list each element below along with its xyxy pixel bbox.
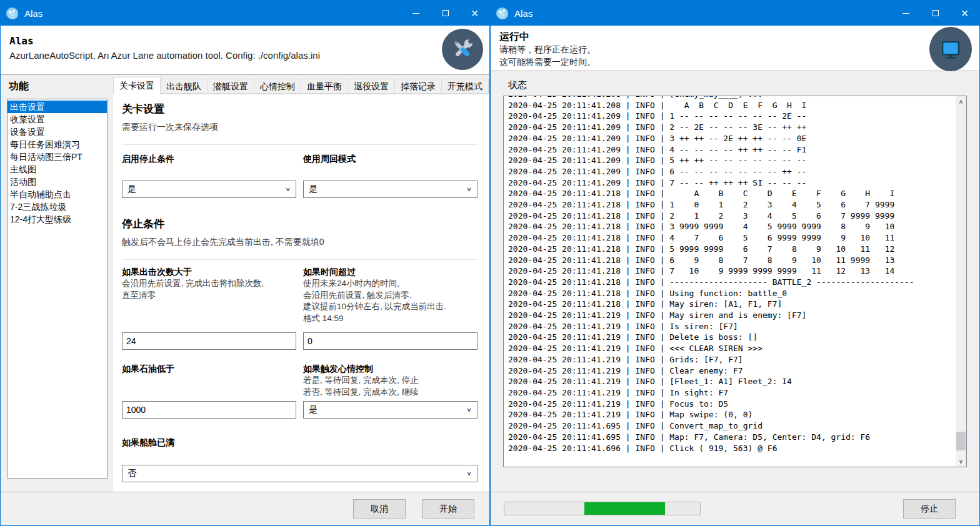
tab-strip: 关卡设置出击舰队潜艇设置心情控制血量平衡退役设置掉落记录开荒模式 <box>113 77 489 94</box>
maximize-icon <box>442 10 449 16</box>
log-line: 2020-04-25 20:11:41.219 | INFO | Delete … <box>508 332 966 343</box>
tab-6[interactable]: 退役设置 <box>348 79 395 94</box>
progress-bar <box>504 502 701 515</box>
app-title: Alas <box>9 35 34 47</box>
tab-3[interactable]: 潜艇设置 <box>208 79 254 94</box>
sidebar-item[interactable]: 主线图 <box>8 163 107 176</box>
loop-mode-label: 使用周回模式 <box>303 152 478 165</box>
close-button[interactable]: × <box>460 1 489 26</box>
sidebar-item[interactable]: 半自动辅助点击 <box>8 188 107 201</box>
sidebar-item[interactable]: 7-2三战拣垃圾 <box>8 201 107 213</box>
minimize-button[interactable] <box>891 1 921 26</box>
loop-mode-select[interactable]: 是 ∨ <box>303 181 478 198</box>
enable-stop-select[interactable]: 是 ∨ <box>122 181 296 198</box>
tab-1[interactable]: 关卡设置 <box>113 77 161 94</box>
if-time-desc: 使用未来24小时内的时间, <box>303 278 478 290</box>
chevron-down-icon: ∨ <box>285 186 291 192</box>
stop-condition-title: 停止条件 <box>122 217 478 231</box>
sidebar-item[interactable]: 出击设置 <box>8 101 107 113</box>
panel-title: 关卡设置 <box>122 102 478 116</box>
log-line: 2020-04-25 20:11:41.209 | INFO | 5 ++ ++… <box>508 155 966 166</box>
monitor-icon <box>929 27 972 71</box>
log-line: 2020-04-25 20:11:41.218 | INFO | 2 1 2 3… <box>508 211 966 222</box>
tab-2[interactable]: 出击舰队 <box>161 79 208 94</box>
progress-bar-fill <box>584 502 664 515</box>
log-lines: 2020-04-25 20:11:41.208 | INFO | [enemy_… <box>504 96 966 454</box>
if-oil-label: 如果石油低于 <box>122 362 296 375</box>
cancel-button[interactable]: 取消 <box>353 499 406 519</box>
titlebar-right[interactable]: Alas × <box>491 1 979 26</box>
window-runner: Alas × 运行中 请稍等，程序正在运行。 这可能将需要一定时间。 状态 <box>490 0 980 526</box>
log-line: 2020-04-25 20:11:41.219 | INFO | In sigh… <box>508 387 966 399</box>
start-button[interactable]: 开始 <box>422 499 474 519</box>
log-line: 2020-04-25 20:11:41.218 | INFO | 7 10 9 … <box>508 265 966 277</box>
log-line: 2020-04-25 20:11:41.219 | INFO | Focus t… <box>508 399 966 410</box>
if-count-desc: 会沿用先前设置, 完成出击将扣除次数, <box>122 278 296 290</box>
sidebar-item[interactable]: 12-4打大型练级 <box>8 213 107 226</box>
log-line: 2020-04-25 20:11:41.218 | INFO | -------… <box>508 277 966 288</box>
if-emotion-label: 如果触发心情控制 <box>303 362 478 375</box>
settings-tools-icon <box>442 29 483 70</box>
maximize-button[interactable] <box>921 1 950 26</box>
chevron-down-icon: ∨ <box>466 186 472 192</box>
row-oil-emotion: 如果石油低于 如果触发心情控制 若是, 等待回复, 完成本次, 停止 若否, 等… <box>122 362 478 419</box>
close-button[interactable]: × <box>950 1 979 26</box>
attack-count-input[interactable] <box>122 332 296 350</box>
scroll-down-icon[interactable]: ∨ <box>956 456 966 467</box>
enable-stop-value: 是 <box>128 184 136 195</box>
if-emotion-desc: 若是, 等待回复, 完成本次, 停止 <box>303 375 478 387</box>
running-title: 运行中 <box>499 31 529 44</box>
divider <box>122 144 478 145</box>
sidebar-item[interactable]: 设备设置 <box>8 126 107 138</box>
tab-7[interactable]: 掉落记录 <box>395 79 442 94</box>
log-line: 2020-04-25 20:11:41.219 | INFO | Is sire… <box>508 321 966 332</box>
log-line: 2020-04-25 20:11:41.219 | INFO | <<< CLE… <box>508 343 966 354</box>
log-line: 2020-04-25 20:11:41.218 | INFO | Using f… <box>508 288 966 299</box>
log-line: 2020-04-25 20:11:41.218 | INFO | 4 7 6 5… <box>508 232 966 244</box>
minimize-icon <box>412 13 419 14</box>
maximize-button[interactable] <box>431 1 460 26</box>
row-count-time: 如果出击次数大于 会沿用先前设置, 完成出击将扣除次数, 直至清零 如果时间超过… <box>122 265 478 350</box>
app-subtitle: AzurLaneAutoScript, An Azur Lane automat… <box>9 50 320 61</box>
divider <box>122 259 478 260</box>
sidebar-item[interactable]: 收菜设置 <box>8 113 107 126</box>
scrollbar[interactable]: ∧ ∨ <box>956 96 966 467</box>
log-line: 2020-04-25 20:11:41.208 | INFO | [enemy_… <box>508 96 966 100</box>
time-limit-input[interactable] <box>303 332 478 350</box>
tab-4[interactable]: 心情控制 <box>254 79 301 94</box>
sidebar-item[interactable]: 每日活动图三倍PT <box>8 151 107 163</box>
log-line: 2020-04-25 20:11:41.209 | INFO | 1 -- --… <box>508 111 966 122</box>
dock-full-select[interactable]: 否 ∨ <box>122 465 478 482</box>
if-time-desc: 会沿用先前设置, 触发后清零. <box>303 290 478 302</box>
log-line: 2020-04-25 20:11:41.696 | INFO | Click (… <box>508 443 966 454</box>
running-message-2: 这可能将需要一定时间。 <box>499 57 596 68</box>
runner-body: 状态 2020-04-25 20:11:41.208 | INFO | [ene… <box>491 72 979 525</box>
log-line: 2020-04-25 20:11:41.695 | INFO | Map: F7… <box>508 432 966 443</box>
alas-logo-icon <box>6 7 18 19</box>
desktop: Alas × Alas AzurLaneAutoScript, An Azur … <box>0 0 980 526</box>
log-line: 2020-04-25 20:11:41.219 | INFO | [Fleet_… <box>508 376 966 387</box>
window-controls: × <box>891 1 979 26</box>
window-settings: Alas × Alas AzurLaneAutoScript, An Azur … <box>0 0 490 526</box>
scrollbar-thumb[interactable] <box>956 432 966 450</box>
window-title: Alas <box>514 8 532 19</box>
titlebar-left[interactable]: Alas × <box>1 1 489 26</box>
tab-5[interactable]: 血量平衡 <box>301 79 348 94</box>
log-line: 2020-04-25 20:11:41.219 | INFO | May sir… <box>508 310 966 321</box>
minimize-button[interactable] <box>401 1 431 26</box>
function-listbox[interactable]: 出击设置收菜设置设备设置每日任务困难演习每日活动图三倍PT主线图活动图半自动辅助… <box>7 99 108 479</box>
window-controls: × <box>401 1 489 26</box>
if-time-label: 如果时间超过 <box>303 265 478 278</box>
log-line: 2020-04-25 20:11:41.219 | INFO | Map swi… <box>508 409 966 420</box>
scroll-up-icon[interactable]: ∧ <box>956 96 966 107</box>
dock-full-value: 否 <box>128 468 136 479</box>
chevron-down-icon: ∨ <box>466 406 472 413</box>
oil-limit-input[interactable] <box>122 401 296 419</box>
sidebar-item[interactable]: 每日任务困难演习 <box>8 138 107 151</box>
settings-body: 功能 出击设置收菜设置设备设置每日任务困难演习每日活动图三倍PT主线图活动图半自… <box>1 76 489 525</box>
emotion-control-select[interactable]: 是 ∨ <box>303 401 478 419</box>
sidebar-item[interactable]: 活动图 <box>8 176 107 188</box>
log-output[interactable]: 2020-04-25 20:11:41.208 | INFO | [enemy_… <box>503 96 967 467</box>
stop-button[interactable]: 停止 <box>903 499 956 519</box>
tab-8[interactable]: 开荒模式 <box>442 79 489 94</box>
